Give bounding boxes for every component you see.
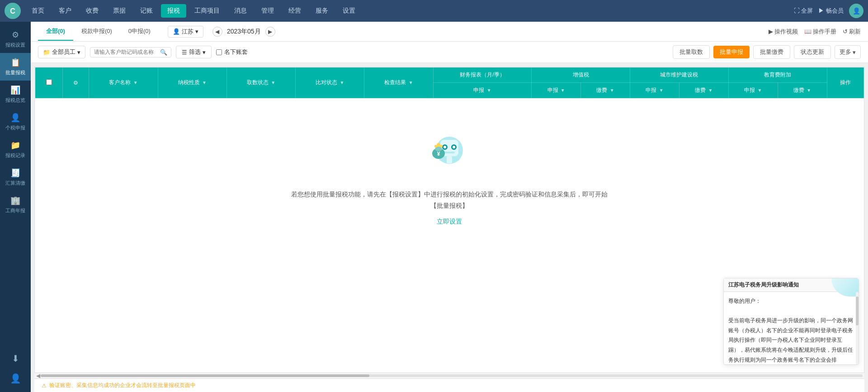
book-icon: 📖 xyxy=(804,28,811,35)
status-update-button[interactable]: 状态更新 xyxy=(794,45,831,59)
setup-link[interactable]: 立即设置 xyxy=(437,216,462,227)
notification-panel: 江苏电子税务局升级影响通知 ✕ 尊敬的用户： 受当前电子税务局进一步升级的影响，… xyxy=(723,278,859,365)
horizontal-scrollbar[interactable]: ◀ xyxy=(34,373,864,378)
date-display: 2023年05月 xyxy=(227,28,261,36)
select-all-checkbox[interactable] xyxy=(35,67,63,98)
tab-all[interactable]: 全部(0) xyxy=(38,23,73,41)
sort-icon[interactable]: ▼ xyxy=(610,88,614,93)
fullscreen-btn[interactable]: ⛶ 全屏 xyxy=(794,7,813,15)
chevron-down-icon: ▾ xyxy=(203,49,206,56)
scroll-track[interactable] xyxy=(41,374,863,377)
edu-pay-header: 缴费 ▼ xyxy=(778,83,827,98)
sort-icon[interactable]: ▼ xyxy=(271,80,275,85)
batch-pay-button[interactable]: 批量缴费 xyxy=(753,45,790,59)
chevron-down-icon: ▾ xyxy=(77,49,80,56)
sidebar-item-label-tax-overview: 报税总览 xyxy=(5,97,25,104)
nav-management[interactable]: 管理 xyxy=(255,4,280,18)
member-btn[interactable]: ▶ 畅会员 xyxy=(818,7,844,15)
education-surcharge-group: 教育费附加 xyxy=(728,67,827,83)
sidebar-bottom: ⬇ 👤 xyxy=(6,349,25,392)
nav-fee[interactable]: 收费 xyxy=(80,4,105,18)
header-checkbox[interactable] xyxy=(46,79,52,85)
sidebar-item-batch-tax[interactable]: 📋 批量报税 xyxy=(0,53,31,81)
nav-invoice[interactable]: 票据 xyxy=(107,4,132,18)
nav-operations[interactable]: 经营 xyxy=(282,4,307,18)
chevron-down-icon: ▾ xyxy=(853,49,856,56)
batch-fetch-button[interactable]: 批量取数 xyxy=(673,45,710,59)
account-checkbox[interactable] xyxy=(216,49,222,55)
scroll-thumb xyxy=(41,374,369,377)
notification-body: 尊敬的用户： 受当前电子税务局进一步升级的影响，同一个政务网账号（办税人）名下的… xyxy=(724,292,859,364)
city-maintenance-group: 城市维护建设税 xyxy=(630,67,728,83)
tab-tax-declare[interactable]: 税款申报(0) xyxy=(73,23,120,41)
user-icon[interactable]: 👤 xyxy=(6,369,25,387)
operation-video-btn[interactable]: ▶ 操作视频 xyxy=(769,28,798,36)
filter-button[interactable]: ☰ 筛选 ▾ xyxy=(176,46,212,58)
sort-icon[interactable]: ▼ xyxy=(340,80,344,85)
employee-selector[interactable]: 📁 全部员工 ▾ xyxy=(38,46,85,58)
sort-icon[interactable]: ▼ xyxy=(487,88,491,93)
nav-client[interactable]: 客户 xyxy=(52,4,78,18)
empty-state: ¥ 若您想使用批量报税功能，请先在【报税设置】中进行报税的初始化设置，完成密码验… xyxy=(35,98,864,255)
operation-manual-btn[interactable]: 📖 操作手册 xyxy=(804,28,836,36)
svg-point-17 xyxy=(440,145,443,148)
search-icon[interactable]: 🔍 xyxy=(160,49,167,56)
sidebar-item-annual-report[interactable]: 🏢 工商年报 xyxy=(0,191,31,219)
svg-text:¥: ¥ xyxy=(437,151,440,157)
search-input[interactable] xyxy=(94,49,160,55)
avatar[interactable]: 👤 xyxy=(849,4,863,18)
tab-zero-declare[interactable]: 0申报(0) xyxy=(120,23,159,41)
nav-messages[interactable]: 消息 xyxy=(228,4,253,18)
sort-icon[interactable]: ▼ xyxy=(202,80,207,85)
region-label: 江苏 xyxy=(182,28,193,36)
download-icon[interactable]: ⬇ xyxy=(8,349,23,368)
tax-records-icon: 📁 xyxy=(10,140,20,150)
nav-tax[interactable]: 报税 xyxy=(161,4,186,18)
tax-nature-header: 纳税性质 ▼ xyxy=(158,67,226,98)
nav-service[interactable]: 服务 xyxy=(309,4,335,18)
sort-icon[interactable]: ▼ xyxy=(659,88,664,93)
prev-date-btn[interactable]: ◀ xyxy=(212,27,222,37)
sort-icon[interactable]: ▼ xyxy=(561,88,565,93)
sort-icon[interactable]: ▼ xyxy=(409,80,413,85)
svg-point-15 xyxy=(434,145,437,148)
nav-business[interactable]: 工商项目 xyxy=(188,4,226,18)
next-date-btn[interactable]: ▶ xyxy=(265,27,275,37)
nav-bookkeeping[interactable]: 记账 xyxy=(134,4,159,18)
sort-icon[interactable]: ▼ xyxy=(807,88,811,93)
data-table: ⚙ 客户名称 ▼ 纳税性质 ▼ 取数状态 ▼ xyxy=(35,67,864,255)
svg-text:C: C xyxy=(10,7,15,15)
sidebar-item-tax-settings[interactable]: ⚙ 报税设置 xyxy=(0,25,31,53)
sidebar-item-settlement[interactable]: 🧾 汇算清缴 xyxy=(0,163,31,191)
annual-report-icon: 🏢 xyxy=(10,196,20,206)
employee-icon: 📁 xyxy=(43,49,50,56)
checkbox-label[interactable]: 名下账套 xyxy=(216,48,248,56)
sidebar-item-tax-overview[interactable]: 📊 报税总览 xyxy=(0,81,31,108)
sidebar-item-personal-tax[interactable]: 👤 个税申报 xyxy=(0,108,31,136)
refresh-btn[interactable]: ↺ 刷新 xyxy=(843,28,861,36)
nav-settings[interactable]: 设置 xyxy=(336,4,362,18)
logo[interactable]: C xyxy=(5,3,21,19)
person-icon: 👤 xyxy=(173,28,180,35)
notification-text: 尊敬的用户： 受当前电子税务局进一步升级的影响，同一个政务网账号（办税人）名下的… xyxy=(728,296,854,364)
more-button[interactable]: 更多 ▾ xyxy=(835,45,861,59)
notification-scrollbar[interactable] xyxy=(856,292,859,364)
sidebar-item-label-tax-settings: 报税设置 xyxy=(5,42,25,48)
batch-tax-icon: 📋 xyxy=(10,57,20,67)
sort-icon[interactable]: ▼ xyxy=(133,80,138,85)
region-select[interactable]: 👤 江苏 ▾ xyxy=(168,26,203,38)
svg-point-7 xyxy=(453,146,455,148)
toolbar: 📁 全部员工 ▾ 🔍 ☰ 筛选 ▾ 名下账套 批量取数 批量申报 批量缴费 xyxy=(31,42,868,63)
batch-report-button[interactable]: 批量申报 xyxy=(713,46,750,58)
sort-icon[interactable]: ▼ xyxy=(757,88,762,93)
sidebar-item-tax-records[interactable]: 📁 报税记录 xyxy=(0,136,31,163)
sidebar-item-label-settlement: 汇算清缴 xyxy=(5,180,25,186)
sort-icon[interactable]: ▼ xyxy=(708,88,713,93)
nav-home[interactable]: 首页 xyxy=(25,4,51,18)
settings-column-header[interactable]: ⚙ xyxy=(63,67,89,98)
tax-overview-icon: 📊 xyxy=(10,85,20,95)
vat-group: 增值税 xyxy=(532,67,630,83)
client-name-header: 客户名称 ▼ xyxy=(89,67,158,98)
settlement-icon: 🧾 xyxy=(10,168,20,178)
filter-icon: ☰ xyxy=(182,49,187,56)
